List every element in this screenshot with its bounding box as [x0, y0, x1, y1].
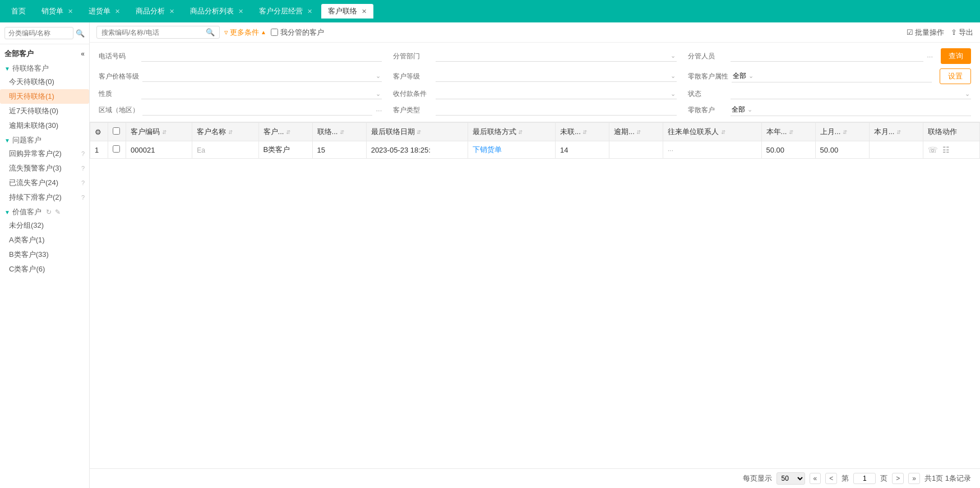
- area-input[interactable]: [144, 106, 371, 114]
- nav-customer-tier[interactable]: 客户分层经营 ✕: [252, 4, 319, 19]
- td-last-contact-date: 2023-05-23 18:25:: [366, 141, 468, 159]
- sidebar-all-customers[interactable]: 全部客户 «: [0, 44, 89, 61]
- person-input[interactable]: [732, 52, 923, 60]
- sidebar-item-b-class[interactable]: B类客户(33): [0, 247, 89, 262]
- row-checkbox[interactable]: [113, 145, 120, 153]
- customer-level-input[interactable]: [437, 72, 668, 80]
- nav-sales[interactable]: 销货单 ✕: [35, 4, 80, 19]
- nav-customer-contact-close[interactable]: ✕: [362, 8, 367, 15]
- th-unit-contact[interactable]: 往来单位联系人 ⇵: [663, 123, 762, 141]
- sidebar-item-tomorrow[interactable]: 明天待联络(1): [0, 89, 89, 104]
- retail-attr-select[interactable]: 全部 ⌄: [732, 70, 932, 82]
- th-overdue[interactable]: 逾期... ⇵: [609, 123, 663, 141]
- settings-icon[interactable]: ⚙: [95, 128, 101, 136]
- nav-sales-close[interactable]: ✕: [68, 8, 73, 15]
- sidebar-item-overdue[interactable]: 逾期未联络(30): [0, 118, 89, 133]
- nav-product-analysis[interactable]: 商品分析 ✕: [129, 4, 181, 19]
- th-category[interactable]: 客户... ⇵: [258, 123, 312, 141]
- sidebar-item-7days[interactable]: 近7天待联络(0): [0, 104, 89, 118]
- row-last-contact-method-link[interactable]: 下销货单: [473, 145, 502, 154]
- toolbar: 🔍 ▿ 更多条件 ▲ 我分管的客户 ☑ 批量操作 ⇪ 导出: [90, 22, 980, 43]
- sidebar-item-churn-warning[interactable]: 流失预警客户(3) ?: [0, 161, 89, 176]
- customer-type-input[interactable]: [437, 106, 675, 114]
- th-this-year[interactable]: 本年... ⇵: [761, 123, 815, 141]
- batch-op-btn[interactable]: ☑ 批量操作: [907, 27, 944, 38]
- phone-input[interactable]: [142, 52, 381, 60]
- payment-select[interactable]: ⌄: [436, 89, 676, 99]
- sidebar-item-today[interactable]: 今天待联络(0): [0, 75, 89, 89]
- set-button[interactable]: 设置: [940, 68, 971, 84]
- person-dots-icon[interactable]: ···: [927, 52, 933, 61]
- my-customers-checkbox[interactable]: [271, 29, 278, 36]
- dept-input[interactable]: [437, 52, 668, 60]
- export-btn[interactable]: ⇪ 导出: [951, 27, 973, 38]
- th-checkbox[interactable]: [108, 123, 126, 141]
- th-last-contact-date[interactable]: 最后联络日期 ⇵: [366, 123, 468, 141]
- query-button[interactable]: 查询: [941, 48, 971, 64]
- row-action-phone-icon[interactable]: ☏: [928, 145, 938, 154]
- customer-level-select[interactable]: ⌄: [436, 71, 676, 82]
- table-container: ⚙ 客户编码 ⇵ 客户名称 ⇵: [90, 122, 980, 468]
- sidebar-item-churned[interactable]: 已流失客户(24) ?: [0, 176, 89, 190]
- nav-product-analysis-list-close[interactable]: ✕: [238, 8, 243, 15]
- sidebar-item-declining[interactable]: 持续下滑客户(2) ?: [0, 190, 89, 205]
- retail-attr-chevron-icon: ⌄: [748, 72, 754, 80]
- per-page-select[interactable]: 50 100 200: [776, 472, 805, 485]
- value-refresh-icon[interactable]: ↻: [46, 208, 52, 216]
- th-contact-count[interactable]: 联络... ⇵: [312, 123, 366, 141]
- sidebar-item-a-class[interactable]: A类客户(1): [0, 233, 89, 247]
- th-code[interactable]: 客户编码 ⇵: [126, 123, 192, 141]
- filter-more-label: 更多条件: [230, 27, 259, 38]
- customer-type-select[interactable]: [436, 105, 676, 116]
- area-dots-icon[interactable]: ···: [376, 106, 382, 114]
- search-input[interactable]: [101, 29, 206, 36]
- payment-input[interactable]: [437, 90, 668, 98]
- my-customers-checkbox-label[interactable]: 我分管的客户: [271, 27, 324, 38]
- retail-customer-select[interactable]: 全部 ⌄: [731, 104, 971, 116]
- row-unit-contact: ···: [668, 146, 673, 154]
- gender-input[interactable]: [142, 90, 373, 98]
- tri-icon-pending: ▼: [4, 66, 10, 72]
- sidebar-search-input[interactable]: [4, 27, 73, 39]
- value-edit-icon[interactable]: ✎: [55, 208, 61, 216]
- select-all-checkbox[interactable]: [113, 127, 120, 135]
- collapse-icon[interactable]: «: [81, 50, 85, 58]
- sidebar-item-abnormal[interactable]: 回购异常客户(2) ?: [0, 146, 89, 161]
- th-name[interactable]: 客户名称 ⇵: [192, 123, 258, 141]
- nav-product-analysis-close[interactable]: ✕: [169, 8, 174, 15]
- sidebar-item-c-class[interactable]: C类客户(6): [0, 262, 89, 277]
- status-select[interactable]: ⌄: [731, 89, 971, 99]
- filter-more-btn[interactable]: ▿ 更多条件 ▲: [224, 27, 266, 38]
- gender-select[interactable]: ⌄: [141, 89, 382, 99]
- th-this-month[interactable]: 本月... ⇵: [869, 123, 923, 141]
- nav-product-analysis-list[interactable]: 商品分析列表 ✕: [183, 4, 250, 19]
- first-page-btn[interactable]: «: [810, 473, 821, 484]
- col-last-contact-method-sort-icon: ⇵: [518, 129, 523, 135]
- price-level-input[interactable]: [144, 72, 373, 80]
- page-input[interactable]: [853, 473, 876, 484]
- search-icon[interactable]: 🔍: [206, 28, 215, 36]
- last-page-btn[interactable]: »: [908, 473, 920, 484]
- nav-home[interactable]: 首页: [4, 4, 33, 19]
- row-name: Ea: [197, 146, 205, 154]
- th-settings[interactable]: ⚙: [90, 123, 108, 141]
- c-class-label: C类客户(6): [9, 264, 45, 274]
- th-no-contact-days[interactable]: 未联... ⇵: [555, 123, 609, 141]
- th-last-month[interactable]: 上月... ⇵: [815, 123, 869, 141]
- nav-purchase[interactable]: 进货单 ✕: [82, 4, 127, 19]
- sidebar-item-ungrouped[interactable]: 未分组(32): [0, 218, 89, 233]
- sidebar-problem-group: ▼ 问题客户: [0, 133, 89, 146]
- nav-purchase-close[interactable]: ✕: [115, 8, 120, 15]
- sidebar-search-icon[interactable]: 🔍: [76, 29, 85, 38]
- price-level-select[interactable]: ⌄: [142, 71, 382, 82]
- next-page-btn[interactable]: >: [892, 473, 904, 484]
- dept-select-wrap[interactable]: ⌄: [436, 51, 676, 62]
- prev-page-btn[interactable]: <: [825, 473, 837, 484]
- nav-customer-tier-close[interactable]: ✕: [307, 8, 312, 15]
- th-last-contact-method[interactable]: 最后联络方式 ⇵: [468, 123, 555, 141]
- status-input[interactable]: [732, 90, 963, 98]
- row-action-grid-icon[interactable]: ☷: [942, 145, 950, 154]
- nav-customer-contact[interactable]: 客户联络 ✕: [321, 4, 373, 19]
- nav-home-label: 首页: [11, 6, 26, 16]
- td-row-checkbox[interactable]: [108, 141, 126, 159]
